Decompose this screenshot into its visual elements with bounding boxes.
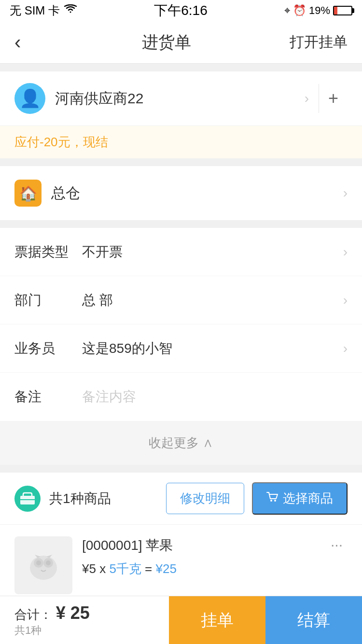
total-label: 合计： <box>14 607 52 622</box>
user-icon: 👤 <box>19 88 41 109</box>
total-count: 共1种 <box>14 623 154 638</box>
salesman-value: 这是859的小智 <box>77 339 343 358</box>
form-section: 票据类型 不开票 › 部门 总 部 › 业务员 这是859的小智 › 备注 备注… <box>0 228 362 421</box>
total-amount: ¥ 25 <box>56 603 90 623</box>
salesman-label: 业务员 <box>14 339 77 358</box>
supplier-main[interactable]: 👤 河南供应商22 › <box>14 83 309 114</box>
salesman-row[interactable]: 业务员 这是859的小智 › <box>0 324 362 373</box>
supplier-info: 应付-20元，现结 <box>0 126 362 158</box>
select-product-button[interactable]: 选择商品 <box>252 482 348 515</box>
alarm-icon: ⏰ <box>293 4 306 17</box>
status-time: 下午6:16 <box>154 1 208 20</box>
product-item: [0000001] 苹果 ¥5 x 5千克 = ¥25 ··· <box>0 525 362 606</box>
svg-point-4 <box>30 556 57 580</box>
edit-detail-button[interactable]: 修改明细 <box>166 483 244 514</box>
product-more-button[interactable]: ··· <box>326 536 348 553</box>
hang-order-button[interactable]: 挂单 <box>169 596 265 644</box>
product-details: [0000001] 苹果 ¥5 x 5千克 = ¥25 <box>82 536 326 577</box>
add-supplier-button[interactable]: + <box>319 84 348 113</box>
battery-percent: 19% <box>309 4 330 17</box>
product-price: ¥5 x <box>82 561 109 576</box>
page-title: 进货单 <box>142 31 191 54</box>
warehouse-row: 🏠 总仓 › <box>0 166 362 220</box>
remarks-input[interactable]: 备注内容 <box>77 388 348 406</box>
department-row[interactable]: 部门 总 部 › <box>0 276 362 324</box>
remarks-label: 备注 <box>14 388 77 406</box>
carrier-text: 无 SIM 卡 <box>10 3 60 18</box>
warehouse-name: 总仓 <box>51 183 343 203</box>
salesman-chevron-icon: › <box>343 341 348 356</box>
settle-button[interactable]: 结算 <box>265 596 362 644</box>
products-icon <box>14 486 41 512</box>
product-quantity: 5千克 <box>109 561 141 576</box>
svg-point-8 <box>46 560 51 565</box>
supplier-name: 河南供应商22 <box>55 89 305 109</box>
footer-total-line: 合计： ¥ 25 <box>14 603 154 623</box>
svg-point-2 <box>270 500 272 502</box>
bill-type-value: 不开票 <box>77 243 343 261</box>
bill-type-row[interactable]: 票据类型 不开票 › <box>0 228 362 276</box>
bill-type-chevron-icon: › <box>343 244 348 260</box>
nav-bar: ‹ 进货单 打开挂单 <box>0 21 362 64</box>
warehouse-chevron-icon: › <box>343 185 348 201</box>
product-name: [0000001] 苹果 <box>82 536 326 555</box>
product-pricing: ¥5 x 5千克 = ¥25 <box>82 560 326 577</box>
product-thumbnail <box>14 536 72 594</box>
main-content: 👤 河南供应商22 › + 应付-20元，现结 🏠 总仓 › 票据类型 不开票 … <box>0 71 362 644</box>
collapse-more-button[interactable]: 收起更多 ∧ <box>0 421 362 465</box>
department-value: 总 部 <box>77 291 343 309</box>
product-total: ¥25 <box>156 561 177 576</box>
products-count: 共1种商品 <box>49 490 166 508</box>
status-left: 无 SIM 卡 <box>10 3 77 18</box>
battery-icon <box>333 6 352 15</box>
svg-point-7 <box>36 560 41 565</box>
supplier-section: 👤 河南供应商22 › + 应付-20元，现结 <box>0 71 362 158</box>
back-button[interactable]: ‹ <box>14 31 43 53</box>
warehouse-icon: 🏠 <box>14 180 42 207</box>
cart-icon <box>266 491 279 506</box>
product-title: 苹果 <box>146 538 173 553</box>
select-product-label: 选择商品 <box>283 490 333 507</box>
supplier-avatar: 👤 <box>14 83 45 114</box>
products-header: 共1种商品 修改明细 选择商品 <box>0 473 362 525</box>
department-label: 部门 <box>14 291 77 309</box>
supplier-chevron-icon: › <box>305 91 309 106</box>
footer-total: 合计： ¥ 25 共1种 <box>0 603 169 638</box>
products-section: 共1种商品 修改明细 选择商品 <box>0 473 362 606</box>
wifi-icon <box>64 4 77 17</box>
footer: 合计： ¥ 25 共1种 挂单 结算 <box>0 596 362 644</box>
svg-point-3 <box>274 500 276 502</box>
product-code: [0000001] <box>82 538 146 553</box>
location-icon: ⌖ <box>284 4 290 17</box>
bill-type-label: 票据类型 <box>14 243 77 261</box>
department-chevron-icon: › <box>343 293 348 308</box>
supplier-row: 👤 河南供应商22 › + <box>0 71 362 126</box>
status-right: ⌖ ⏰ 19% <box>284 4 352 17</box>
open-pending-button[interactable]: 打开挂单 <box>290 32 348 52</box>
status-bar: 无 SIM 卡 下午6:16 ⌖ ⏰ 19% <box>0 0 362 21</box>
remarks-row[interactable]: 备注 备注内容 <box>0 373 362 421</box>
product-equals: = <box>145 561 155 576</box>
warehouse-section[interactable]: 🏠 总仓 › <box>0 166 362 220</box>
